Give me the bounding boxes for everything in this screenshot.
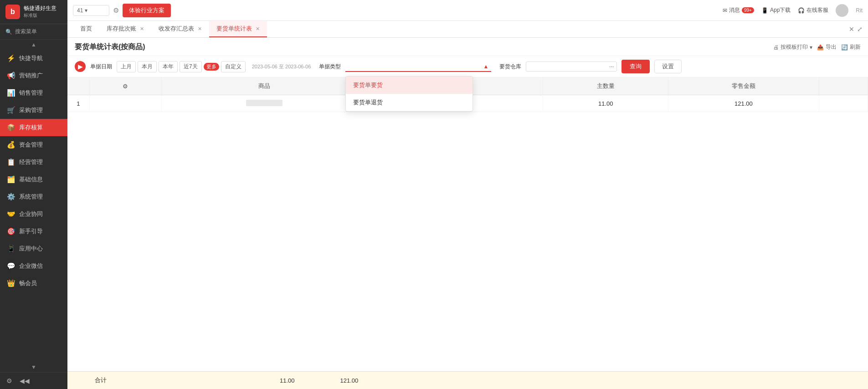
col-index: [67, 77, 89, 95]
cell-quantity: 11.00: [543, 95, 668, 112]
dropdown-arrow-icon: ▾: [85, 7, 87, 14]
this-month-btn[interactable]: 本月: [138, 61, 157, 72]
sidebar-scroll-down[interactable]: ▼: [0, 362, 67, 372]
finance-icon: 💰: [6, 141, 15, 149]
type-filter-label: 单据类型: [319, 63, 341, 71]
refresh-icon: 🔄: [841, 44, 848, 51]
member-icon: 👑: [6, 279, 15, 287]
message-icon: ✉: [723, 7, 727, 14]
dropdown-option-order-request[interactable]: 要货单要货: [346, 77, 473, 94]
sidebar-item-label: 应用中心: [19, 245, 43, 253]
table-container: ⚙ 商品 主计量单位 主数量 零售金额 1: [67, 77, 868, 371]
settings-footer-btn[interactable]: ⚙: [6, 377, 12, 384]
sidebar-item-label: 企业微信: [19, 262, 43, 270]
sidebar-item-inventory[interactable]: 📦 库存核算: [0, 119, 67, 136]
footer-total-amount: 121.00: [340, 377, 359, 384]
sales-icon: 📊: [6, 89, 15, 97]
warehouse-filter-select[interactable]: ···: [526, 61, 617, 72]
sidebar-item-label: 营销推广: [19, 72, 43, 80]
last-7-days-btn[interactable]: 近7天: [180, 61, 202, 72]
username-text: Rit: [856, 7, 863, 14]
type-filter-arrow-icon[interactable]: ▲: [483, 63, 488, 70]
user-avatar[interactable]: [836, 4, 848, 17]
sidebar-item-marketing[interactable]: 📢 营销推广: [0, 67, 67, 84]
col-gear[interactable]: ⚙: [89, 77, 162, 95]
settings-button[interactable]: 设置: [654, 60, 682, 73]
tab-inventory-batch-close[interactable]: ✕: [140, 26, 144, 32]
search-menu-item[interactable]: 🔍 搜索菜单: [0, 24, 67, 40]
topbar-left: 41 ▾ ⚙ 体验行业方案: [73, 4, 718, 17]
app-download-icon: 📱: [761, 7, 768, 14]
sidebar-item-sales[interactable]: 📊 销售管理: [0, 84, 67, 102]
topbar-gear-icon[interactable]: ⚙: [113, 6, 119, 15]
sidebar-item-quick-nav[interactable]: ⚡ 快捷导航: [0, 50, 67, 67]
tab-inventory-batch-label: 库存批次账: [107, 25, 136, 33]
table-gear-icon: ⚙: [123, 83, 128, 90]
operations-icon: 📋: [6, 158, 15, 166]
tab-order-stats-close[interactable]: ✕: [256, 26, 260, 32]
date-range-text: 2023-05-06 至 2023-06-06: [252, 63, 311, 70]
sidebar-item-label: 新手引导: [19, 227, 43, 235]
tab-inventory-batch[interactable]: 库存批次账 ✕: [99, 21, 151, 37]
sidebar-item-enterprise[interactable]: 🤝 企业协同: [0, 205, 67, 223]
company-dropdown[interactable]: 41 ▾: [73, 5, 109, 16]
refresh-btn[interactable]: 🔄 刷新: [841, 43, 861, 51]
prev-month-btn[interactable]: 上月: [117, 61, 136, 72]
sidebar-item-operations[interactable]: 📋 经营管理: [0, 154, 67, 171]
tab-order-stats[interactable]: 要货单统计表 ✕: [209, 21, 267, 37]
content-area: 要货单统计表(按商品) 🖨 按模板打印 ▾ 📤 导出 🔄 刷新: [67, 38, 868, 389]
sidebar-item-label: 企业协同: [19, 210, 43, 218]
collapse-sidebar-btn[interactable]: ◀◀: [20, 377, 30, 384]
sidebar-footer: ⚙ ◀◀: [0, 372, 67, 389]
export-btn[interactable]: 📤 导出: [817, 43, 837, 51]
more-dates-badge[interactable]: 更多: [204, 63, 219, 71]
cell-amount: 121.00: [668, 95, 819, 112]
tab-receivable-summary[interactable]: 收发存汇总表 ✕: [151, 21, 209, 37]
print-template-btn[interactable]: 🖨 按模板打印 ▾: [773, 43, 812, 51]
cta-button[interactable]: 体验行业方案: [123, 4, 171, 17]
page-header: 要货单统计表(按商品) 🖨 按模板打印 ▾ 📤 导出 🔄 刷新: [67, 38, 868, 56]
sidebar: b 畅捷通好生意 标准版 🔍 搜索菜单 ▲ ⚡ 快捷导航 📢 营销推广 📊 销售…: [0, 0, 67, 389]
dropdown-option-order-return[interactable]: 要货单退货: [346, 94, 473, 111]
expand-tab-icon[interactable]: ⤢: [857, 26, 863, 33]
logo-icon: b: [5, 5, 20, 19]
filter-expand-btn[interactable]: ▶: [75, 61, 86, 72]
sidebar-item-guide[interactable]: 🎯 新手引导: [0, 223, 67, 240]
app-download-btn[interactable]: 📱 App下载: [761, 6, 791, 14]
messages-btn[interactable]: ✉ 消息 99+: [723, 6, 754, 14]
basic-icon: 🗂️: [6, 175, 15, 184]
tab-receivable-close[interactable]: ✕: [198, 26, 202, 32]
sidebar-item-member[interactable]: 👑 畅会员: [0, 275, 67, 292]
support-btn[interactable]: 🎧 在线客服: [798, 6, 828, 14]
tab-receivable-summary-label: 收发存汇总表: [159, 25, 194, 33]
sidebar-item-wechat[interactable]: 💬 企业微信: [0, 257, 67, 275]
page-title: 要货单统计表(按商品): [75, 42, 145, 52]
sidebar-item-purchase[interactable]: 🛒 采购管理: [0, 102, 67, 119]
tab-home[interactable]: 首页: [73, 21, 99, 37]
page-panel: 要货单统计表(按商品) 🖨 按模板打印 ▾ 📤 导出 🔄 刷新: [67, 38, 868, 389]
sidebar-item-finance[interactable]: 💰 资金管理: [0, 136, 67, 154]
query-button[interactable]: 查询: [621, 60, 650, 73]
close-tab-icon[interactable]: ✕: [849, 26, 854, 33]
print-arrow-icon: ▾: [810, 44, 812, 51]
type-filter-input[interactable]: [345, 61, 491, 72]
filter-expand-icon: ▶: [78, 63, 83, 70]
product-name-placeholder: [246, 100, 282, 106]
sidebar-item-app-center[interactable]: 📱 应用中心: [0, 240, 67, 257]
sidebar-scroll-up[interactable]: ▲: [0, 40, 67, 50]
custom-date-btn[interactable]: 自定义: [221, 61, 246, 72]
cell-gear: [89, 95, 162, 112]
sidebar-item-basic[interactable]: 🗂️ 基础信息: [0, 171, 67, 188]
messages-label: 消息: [729, 6, 740, 14]
wechat-icon: 💬: [6, 262, 15, 270]
date-filter-buttons: 上月 本月 本年 近7天 更多 自定义: [117, 61, 246, 72]
col-extra: [819, 77, 868, 95]
this-year-btn[interactable]: 本年: [159, 61, 178, 72]
sidebar-item-label: 畅会员: [19, 279, 37, 287]
cell-index: 1: [67, 95, 89, 112]
sidebar-item-system[interactable]: ⚙️ 系统管理: [0, 188, 67, 205]
sidebar-item-label: 资金管理: [19, 141, 43, 149]
sidebar-item-label: 库存核算: [19, 123, 43, 132]
sidebar-item-label: 采购管理: [19, 106, 43, 114]
footer-total-label: 合计: [95, 376, 107, 384]
